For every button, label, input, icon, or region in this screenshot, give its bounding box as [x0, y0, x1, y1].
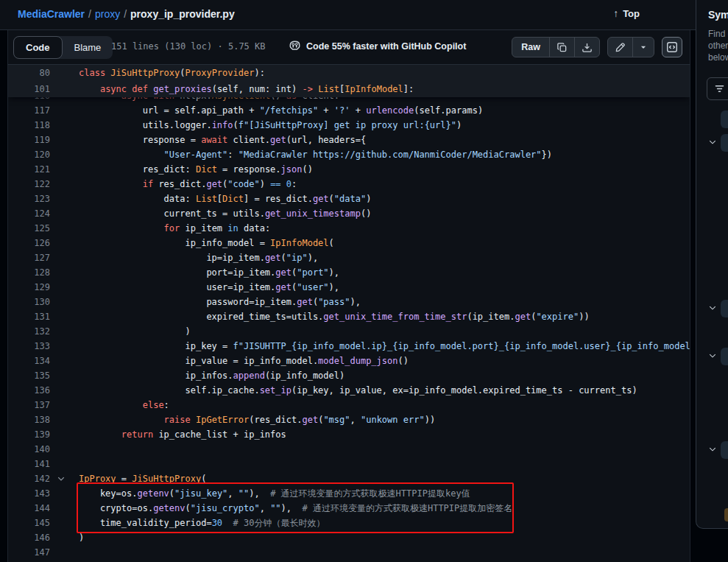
- code-text: raise IpGetError(res_dict.get("msg", "un…: [79, 412, 435, 427]
- line-number[interactable]: 118: [8, 118, 50, 133]
- code-line-124: 124 current_ts = utils.get_unix_timestam…: [8, 206, 690, 221]
- code-text: data: List[Dict] = res_dict.get("data"): [79, 192, 371, 206]
- code-text: IpProxy = JiSuHttpProxy(: [79, 471, 206, 486]
- chevron-down-icon[interactable]: [708, 445, 717, 454]
- symbol-chip[interactable]: [721, 110, 728, 128]
- line-number[interactable]: 125: [8, 221, 50, 236]
- line-number[interactable]: 123: [8, 192, 50, 206]
- code-line-136: 136 self.ip_cache.set_ip(ip_key, ip_valu…: [8, 383, 690, 398]
- symbol-chip[interactable]: [721, 300, 728, 317]
- raw-button[interactable]: Raw: [512, 38, 549, 57]
- download-icon: [582, 42, 593, 53]
- code-text: utils.logger.info(f"[JiSuHttpProxy] get …: [79, 118, 462, 133]
- breadcrumb: MediaCrawler/proxy/proxy_ip_provider.py: [18, 8, 235, 20]
- breadcrumb-repo-link[interactable]: MediaCrawler: [18, 8, 85, 20]
- code-line-144: 144 crypto=os.getenv("jisu_crypto", ""),…: [8, 501, 690, 516]
- chevron-down-icon[interactable]: [708, 138, 717, 147]
- code-line-120: 120 "User-Agent": "MediaCrawler https://…: [8, 147, 690, 162]
- code-line-126: 126 ip_info_model = IpInfoModel(: [8, 236, 690, 250]
- back-to-top-button[interactable]: ↑ Top: [613, 7, 640, 19]
- code-line-129: 129 user=ip_item.get("user"),: [8, 280, 690, 295]
- line-number[interactable]: 122: [8, 177, 50, 192]
- line-number[interactable]: 135: [8, 368, 50, 383]
- line-number[interactable]: 126: [8, 236, 50, 250]
- line-number[interactable]: 133: [8, 339, 50, 354]
- line-number[interactable]: 140: [8, 442, 50, 457]
- tab-code[interactable]: Code: [13, 36, 63, 59]
- filter-funnel-icon: [714, 83, 725, 94]
- pencil-icon: [615, 42, 626, 53]
- line-number[interactable]: 145: [8, 516, 50, 530]
- breadcrumb-separator: /: [88, 8, 91, 20]
- code-line-142: 142IpProxy = JiSuHttpProxy(: [8, 471, 690, 486]
- line-number[interactable]: 101: [8, 81, 50, 97]
- symbols-desc-line: Find definitions and references for func…: [708, 28, 728, 40]
- code-line-137: 137 else:: [8, 398, 690, 412]
- chevron-down-icon[interactable]: [708, 351, 717, 360]
- code-text: self.ip_cache.set_ip(ip_key, ip_value, e…: [79, 383, 637, 398]
- line-number[interactable]: 124: [8, 206, 50, 221]
- symbol-chip[interactable]: [721, 134, 728, 152]
- chevron-down-icon[interactable]: [708, 303, 717, 312]
- line-number[interactable]: 144: [8, 501, 50, 516]
- code-line-128: 128 port=ip_item.get("port"),: [8, 265, 690, 280]
- line-number[interactable]: 141: [8, 457, 50, 471]
- code-line-132: 132 ): [8, 324, 690, 339]
- code-view: 116 async with httpx.AsyncClient() as cl…: [7, 65, 690, 562]
- copilot-banner[interactable]: Code 55% faster with GitHub Copilot: [289, 40, 466, 52]
- code-line-135: 135 ip_infos.append(ip_info_model): [8, 368, 690, 383]
- copy-icon: [556, 42, 568, 53]
- line-number[interactable]: 143: [8, 486, 50, 501]
- line-number[interactable]: 117: [8, 103, 50, 118]
- code-text: for ip_item in data:: [79, 221, 270, 236]
- line-number[interactable]: 132: [8, 324, 50, 339]
- code-text: return ip_cache_list + ip_infos: [79, 427, 286, 442]
- symbol-chip[interactable]: [724, 508, 728, 521]
- sticky-scope-lines: 80class JiSuHttpProxy(ProxyProvider):101…: [8, 65, 690, 97]
- code-text: "User-Agent": "MediaCrawler https://gith…: [79, 147, 552, 162]
- line-number[interactable]: 138: [8, 412, 50, 427]
- copy-button[interactable]: [549, 38, 574, 57]
- line-number[interactable]: 80: [8, 65, 50, 81]
- edit-dropdown-button[interactable]: [632, 38, 654, 57]
- download-button[interactable]: [574, 38, 599, 57]
- line-number[interactable]: 146: [8, 530, 50, 545]
- line-number[interactable]: 128: [8, 265, 50, 280]
- code-text: time_validity_period=30 # 30分钟（最长时效）: [79, 516, 325, 530]
- line-number[interactable]: 136: [8, 383, 50, 398]
- breadcrumb-separator: /: [124, 8, 127, 20]
- edit-button[interactable]: [608, 38, 632, 57]
- symbol-chip[interactable]: [721, 348, 728, 365]
- symbols-panel-toggle-button[interactable]: [662, 37, 682, 57]
- line-number[interactable]: 127: [8, 250, 50, 265]
- file-info-text: 151 lines (130 loc) · 5.75 KB: [111, 41, 266, 52]
- line-number[interactable]: 142: [8, 471, 50, 486]
- line-number[interactable]: 121: [8, 162, 50, 177]
- line-number[interactable]: 129: [8, 280, 50, 295]
- code-text: user=ip_item.get("user"),: [79, 280, 339, 295]
- code-text: url = self.api_path + "/fetchips" + '?' …: [79, 103, 483, 118]
- symbols-filter-input[interactable]: [707, 77, 728, 100]
- line-number[interactable]: 139: [8, 427, 50, 442]
- chevron-down-icon: [640, 43, 647, 51]
- code-line-125: 125 for ip_item in data:: [8, 221, 690, 236]
- line-number[interactable]: 120: [8, 147, 50, 162]
- fold-chevron-down-icon[interactable]: [57, 474, 66, 483]
- line-number[interactable]: 147: [8, 545, 50, 560]
- breadcrumb-folder-link[interactable]: proxy: [95, 8, 120, 20]
- code-line-117: 117 url = self.api_path + "/fetchips" + …: [8, 103, 690, 118]
- code-line-134: 134 ip_value = ip_info_model.model_dump_…: [8, 354, 690, 368]
- line-number[interactable]: 119: [8, 133, 50, 147]
- line-number[interactable]: 131: [8, 309, 50, 324]
- code-line-127: 127 ip=ip_item.get("ip"),: [8, 250, 690, 265]
- line-number[interactable]: 130: [8, 295, 50, 309]
- toolbar-actions: Raw: [512, 37, 682, 57]
- tab-blame[interactable]: Blame: [63, 36, 113, 59]
- line-number[interactable]: 137: [8, 398, 50, 412]
- code-line-123: 123 data: List[Dict] = res_dict.get("dat…: [8, 192, 690, 206]
- line-number[interactable]: 134: [8, 354, 50, 368]
- code-blame-switch: Code Blame: [13, 36, 113, 59]
- copilot-icon: [289, 40, 301, 52]
- symbol-chip[interactable]: [721, 441, 728, 459]
- code-square-icon: [666, 41, 678, 53]
